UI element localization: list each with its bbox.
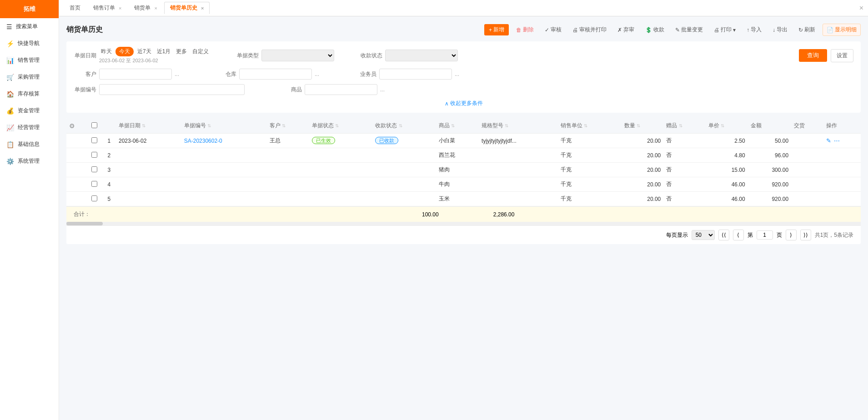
page-number-input[interactable] <box>757 230 773 240</box>
delete-button[interactable]: 🗑 删除 <box>512 24 537 35</box>
cell-qty: 20.00 <box>622 177 664 192</box>
sidebar-item-sales-mgmt[interactable]: 📊 销售管理 <box>0 52 59 69</box>
salesman-ellipsis[interactable]: ... <box>455 71 459 77</box>
next-page-button[interactable]: ⟩ <box>786 230 797 240</box>
row-checkbox[interactable] <box>91 152 97 158</box>
table-settings-icon[interactable]: ⚙ <box>69 122 75 130</box>
collapse-button[interactable]: ∧ 收起更多条件 <box>74 100 853 107</box>
payment-status-select[interactable] <box>385 50 458 61</box>
pagination-bar: 每页显示 50 100 200 ⟨⟨ ⟨ 第 页 ⟩ ⟩⟩ 共1页，5条记录 <box>66 225 861 244</box>
col-docno-header[interactable]: 单据编号 ⇅ <box>181 118 267 134</box>
col-goods-header[interactable]: 商品 ⇅ <box>436 118 479 134</box>
shortcut-today[interactable]: 今天 <box>115 47 134 56</box>
col-date-header[interactable]: 单据日期 ⇅ <box>116 118 181 134</box>
page-size-select[interactable]: 50 100 200 <box>692 230 715 240</box>
select-all-checkbox[interactable] <box>91 122 97 128</box>
row-checkbox[interactable] <box>91 166 97 172</box>
sidebar-item-sys-mgmt[interactable]: ⚙️ 系统管理 <box>0 153 59 170</box>
tab-sales-delivery-close[interactable]: × <box>154 5 157 11</box>
doc-no-input[interactable] <box>99 84 245 95</box>
tab-home[interactable]: 首页 <box>64 2 86 14</box>
cell-gift: 否 <box>663 134 706 148</box>
sidebar-item-operations[interactable]: 📈 经营管理 <box>0 119 59 136</box>
col-qty-header[interactable]: 数量 ⇅ <box>622 118 664 134</box>
cell-gift: 否 <box>663 148 706 163</box>
col-gift-header[interactable]: 赠品 ⇅ <box>663 118 706 134</box>
sidebar-item-base-info[interactable]: 📋 基础信息 <box>0 136 59 153</box>
show-detail-button[interactable]: 📄 显示明细 <box>823 24 861 36</box>
warehouse-input[interactable] <box>239 69 312 80</box>
shortcut-7days[interactable]: 近7天 <box>135 47 153 56</box>
setting-button[interactable]: 设置 <box>831 49 853 62</box>
doc-no-link[interactable]: SA-20230602-0 <box>184 138 222 144</box>
customer-ellipsis[interactable]: ... <box>175 71 179 77</box>
scroll-thumb[interactable] <box>66 222 103 225</box>
col-docstatus-header[interactable]: 单据状态 ⇅ <box>309 118 373 134</box>
query-button[interactable]: 查询 <box>799 49 827 62</box>
collapse-icon: ∧ <box>445 100 449 107</box>
new-button[interactable]: + 新增 <box>484 24 509 35</box>
audit-print-button[interactable]: 🖨 审核并打印 <box>569 24 610 35</box>
sidebar-item-search-menu[interactable]: ☰ 搜索菜单 <box>0 18 59 35</box>
collect-button[interactable]: 💲 收款 <box>642 24 668 35</box>
col-paystatus-header[interactable]: 收款状态 ⇅ <box>372 118 436 134</box>
shortcut-custom[interactable]: 自定义 <box>191 47 211 56</box>
horizontal-scrollbar[interactable] <box>66 222 861 225</box>
doc-no-label: 单据编号 <box>74 86 96 94</box>
row-checkbox[interactable] <box>91 195 97 201</box>
row-checkbox[interactable] <box>91 137 97 143</box>
customer-input[interactable] <box>99 69 172 80</box>
cell-docstatus: 已生效 <box>309 134 373 148</box>
import-button[interactable]: ↑ 导入 <box>743 24 765 35</box>
col-amount-header[interactable]: 金额 <box>748 118 791 134</box>
cell-price: 46.00 <box>706 177 748 192</box>
abandon-button[interactable]: ✗ 弃审 <box>614 24 638 35</box>
salesman-input[interactable] <box>379 69 452 80</box>
sidebar-item-label: 基础信息 <box>18 140 40 148</box>
shortcut-1month[interactable]: 近1月 <box>155 47 173 56</box>
doc-type-select[interactable] <box>261 50 334 61</box>
edit-op-btn[interactable]: ✎ <box>826 137 831 144</box>
shortcut-yesterday[interactable]: 昨天 <box>99 47 114 56</box>
shortcut-more[interactable]: 更多 <box>174 47 189 56</box>
col-unit-header[interactable]: 销售单位 ⇅ <box>558 118 622 134</box>
tab-sales-history[interactable]: 销货单历史 × <box>164 2 210 14</box>
tab-sales-history-close[interactable]: × <box>201 5 204 11</box>
cell-docstatus <box>309 148 373 163</box>
cell-docno: SA-20230602-0 <box>181 134 267 148</box>
sidebar: 拓维 ☰ 搜索菜单 ⚡ 快捷导航 📊 销售管理 🛒 采购管理 🏠 库存核算 💰 … <box>0 0 59 420</box>
goods-ellipsis[interactable]: ... <box>380 86 385 93</box>
col-date-sort-icon: ⇅ <box>142 123 146 128</box>
cell-unit: 千克 <box>558 148 622 163</box>
row-checkbox[interactable] <box>91 181 97 187</box>
tab-sales-order-close[interactable]: × <box>119 5 121 11</box>
cell-goods: 西兰花 <box>436 148 479 163</box>
prev-page-button[interactable]: ⟨ <box>733 230 744 240</box>
table-row: 4牛肉千克20.00否46.00920.00 <box>66 177 861 192</box>
sidebar-item-label: 经营管理 <box>18 124 40 131</box>
last-page-button[interactable]: ⟩⟩ <box>800 230 811 240</box>
first-page-button[interactable]: ⟨⟨ <box>718 230 729 240</box>
more-op-btn[interactable]: ⋯ <box>834 137 840 144</box>
sidebar-item-purchase-mgmt[interactable]: 🛒 采购管理 <box>0 69 59 85</box>
refresh-button[interactable]: ↻ 刷新 <box>795 24 819 35</box>
col-transaction-header[interactable]: 交货 <box>791 118 823 134</box>
tab-sales-delivery[interactable]: 销货单 × <box>128 2 163 14</box>
goods-input[interactable] <box>305 84 377 95</box>
batch-change-button[interactable]: ✎ 批量变更 <box>672 24 707 35</box>
col-customer-header[interactable]: 客户 ⇅ <box>267 118 309 134</box>
audit-button[interactable]: ✓ 审核 <box>541 24 565 35</box>
export-button[interactable]: ↓ 导出 <box>769 24 791 35</box>
tab-close-all-button[interactable]: × <box>859 4 863 12</box>
tab-sales-order[interactable]: 销售订单 × <box>87 2 127 14</box>
cell-spec <box>479 163 558 177</box>
sidebar-item-finance[interactable]: 💰 资金管理 <box>0 102 59 119</box>
col-goods-label: 商品 <box>439 122 450 129</box>
col-price-header[interactable]: 单价 ⇅ <box>706 118 748 134</box>
col-spec-header[interactable]: 规格型号 ⇅ <box>479 118 558 134</box>
sidebar-item-inventory[interactable]: 🏠 库存核算 <box>0 85 59 102</box>
warehouse-ellipsis[interactable]: ... <box>315 71 319 77</box>
print-button[interactable]: 🖨 打印 ▾ <box>710 24 739 35</box>
cell-price: 2.50 <box>706 134 748 148</box>
sidebar-item-quick-nav[interactable]: ⚡ 快捷导航 <box>0 35 59 52</box>
